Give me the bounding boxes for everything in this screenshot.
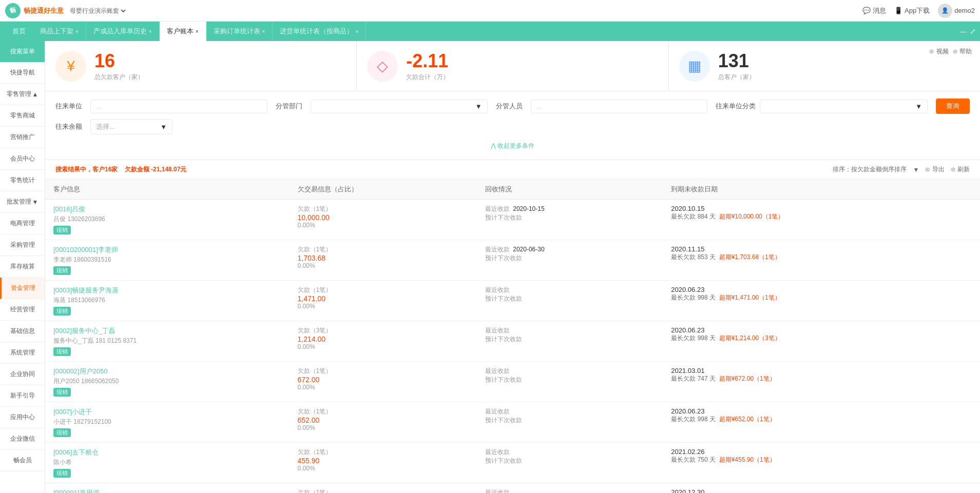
due-date: 2020.11.15 [671, 245, 972, 253]
debt-amount[interactable]: 1,471.00 [298, 294, 469, 303]
overdue-amount[interactable]: 超期¥672.00（1笔） [719, 375, 776, 382]
customer-name[interactable]: [0007]小进干 [53, 407, 281, 417]
close-icon[interactable]: × [262, 29, 265, 34]
window-expand-icon[interactable]: ⤢ [970, 27, 976, 35]
debt-ratio: 0.00% [298, 424, 469, 431]
status-badge: 现销 [53, 307, 71, 315]
sidebar-item-operations[interactable]: 经营管理 [0, 299, 45, 321]
person-input[interactable]: ... [531, 100, 708, 113]
tab-production-history[interactable]: 产成品入库单历史 × [86, 22, 160, 41]
sidebar-item-marketing[interactable]: 营销推广 [0, 127, 45, 148]
th-debt-info: 欠交易信息（占比） [290, 180, 477, 200]
customer-name[interactable]: [0002]服务中心_丁磊 [53, 326, 281, 336]
debt-ratio: 0.00% [298, 303, 469, 310]
sidebar-item-wechat[interactable]: 企业微信 [0, 428, 45, 450]
avatar-image: 👤 [938, 4, 952, 18]
customer-name[interactable]: [000001]黄思源 [53, 488, 281, 493]
sidebar-item-retail-mall[interactable]: 零售商城 [0, 105, 45, 127]
close-icon[interactable]: × [149, 29, 152, 34]
sidebar-item-system[interactable]: 系统管理 [0, 342, 45, 364]
stat-value-all: 131 [718, 50, 755, 72]
query-button[interactable]: 查询 [936, 98, 970, 114]
customer-name[interactable]: [0003]畅捷服务尹海蒸 [53, 286, 281, 295]
debt-amount[interactable]: 1,703.68 [298, 254, 469, 262]
customer-name[interactable]: [0016]吕俊 [53, 205, 281, 214]
next-collect-label: 预计下次收款 [485, 457, 655, 465]
overdue-days: 最长欠款 853 天 超期¥1,703.68（1笔） [671, 253, 972, 262]
debt-amount[interactable]: 652.00 [298, 416, 469, 424]
window-minimize-icon[interactable]: — [959, 27, 967, 35]
stat-value-debt: 16 [94, 50, 144, 72]
source-unit-placeholder: ... [96, 103, 102, 110]
debt-amount[interactable]: 10,000.00 [298, 213, 469, 222]
sidebar-item-quick-nav[interactable]: 快捷导航 [0, 62, 45, 84]
filter-category-label: 往来单位分类 [716, 102, 756, 111]
sidebar-item-app-center[interactable]: 应用中心 [0, 407, 45, 428]
view-btn[interactable]: ⊙ 视频 [929, 47, 948, 56]
category-select[interactable]: ▼ [760, 100, 928, 113]
sidebar-item-vip[interactable]: 畅会员 [0, 450, 45, 471]
customer-name[interactable]: [0006]去下粮仓 [53, 448, 281, 457]
message-btn[interactable]: 💬 消息 [862, 6, 886, 15]
company-select[interactable]: 母婴行业演示账套 [68, 7, 127, 15]
chevron-down-icon: ▼ [160, 123, 167, 131]
balance-placeholder: 选择... [96, 122, 115, 131]
customer-contact: 李老师 18600391516 [53, 255, 281, 264]
sidebar-item-ecommerce[interactable]: 电商管理 [0, 213, 45, 234]
overdue-amount[interactable]: 超期¥1,214.00（3笔） [719, 334, 781, 342]
customer-contact: 服务中心_丁磊 181 0125 8371 [53, 337, 281, 345]
close-icon[interactable]: × [75, 29, 79, 34]
sidebar-item-member-center[interactable]: 会员中心 [0, 148, 45, 170]
stat-label-total: 欠款合计（万） [406, 73, 449, 82]
refresh-button[interactable]: ⊙ 刷新 [951, 165, 970, 174]
customer-name[interactable]: [00010200001]李老师 [53, 245, 281, 254]
tab-home[interactable]: 首页 [5, 27, 33, 36]
source-unit-input[interactable]: ... [90, 100, 267, 113]
tab-purchase-stats[interactable]: 采购订单统计表 × [206, 22, 273, 41]
last-collect-date: 2020-10-15 [513, 205, 544, 212]
debt-amount[interactable]: 1,214.00 [298, 335, 469, 343]
debt-count: 欠款（3笔） [298, 326, 469, 335]
stat-card-all-customers: ▦ 131 总客户（家） ⊙ 视频 ⊙ 帮助 [669, 41, 980, 91]
close-icon[interactable]: × [196, 29, 199, 34]
balance-select[interactable]: 选择... ▼ [90, 119, 172, 134]
tab-product-on-off[interactable]: 商品上下架 × [33, 22, 86, 41]
chevron-down-icon: ▼ [475, 103, 482, 110]
tab-purchase-by-product[interactable]: 进货单统计表（按商品） × [273, 22, 366, 41]
sidebar-item-retail-mgmt[interactable]: 零售管理 ▲ [0, 84, 45, 105]
collapse-button[interactable]: ⋀ 收起更多条件 [491, 142, 534, 150]
user-avatar[interactable]: 👤 demo2 [938, 4, 975, 18]
customer-name[interactable]: [000002]用户2050 [53, 367, 281, 376]
overdue-amount[interactable]: 超期¥1,703.68（1笔） [719, 253, 781, 261]
sidebar-item-wholesale-mgmt[interactable]: 批发管理 ▼ [0, 191, 45, 213]
sort-chevron-icon[interactable]: ▼ [913, 166, 919, 173]
overdue-amount[interactable]: 超期¥10,000.00（1笔） [719, 213, 784, 220]
overdue-amount[interactable]: 超期¥1,471.00（1笔） [719, 294, 781, 301]
message-label: 消息 [873, 6, 886, 15]
sidebar-item-purchase-mgmt[interactable]: 采购管理 [0, 234, 45, 256]
sidebar-item-finance[interactable]: 资金管理 [0, 278, 45, 299]
cell-customer-info: [0016]吕俊 吕俊 13026203696 现销 [45, 200, 290, 240]
sidebar-item-inventory[interactable]: 库存核算 [0, 256, 45, 278]
sidebar-item-search[interactable]: 搜索菜单 [0, 41, 45, 62]
dept-select[interactable]: ▼ [311, 100, 488, 113]
help-btn[interactable]: ⊙ 帮助 [953, 47, 972, 56]
export-button[interactable]: ⊙ 导出 [925, 165, 944, 174]
next-collect-label: 预计下次收款 [485, 416, 655, 425]
sidebar-item-basic-info[interactable]: 基础信息 [0, 321, 45, 342]
sidebar-item-retail-stats[interactable]: 零售统计 [0, 170, 45, 191]
stat-info-debt: 16 总欠款客户（家） [94, 50, 144, 82]
overdue-amount[interactable]: 超期¥652.00（1笔） [719, 416, 776, 423]
cell-due-date: 2020.06.23 最长欠款 998 天 超期¥1,214.00（3笔） [663, 321, 980, 362]
tab-customer-account[interactable]: 客户账本 × [160, 22, 206, 41]
sidebar-item-enterprise[interactable]: 企业协同 [0, 364, 45, 385]
search-result-text: 搜索结果中，客户16家 欠款金额 -21,148.07元 [55, 166, 186, 173]
overdue-amount[interactable]: 超期¥455.90（1笔） [719, 456, 776, 463]
cell-customer-info: [00010200001]李老师 李老师 18600391516 现销 [45, 240, 290, 281]
debt-amount[interactable]: 455.90 [298, 457, 469, 465]
app-download-btn[interactable]: 📱 App下载 [894, 6, 930, 15]
debt-amount[interactable]: 672.00 [298, 376, 469, 384]
sidebar-item-new-guide[interactable]: 新手引导 [0, 385, 45, 407]
cell-collect-info: 最近收款 预计下次收款 [477, 483, 663, 494]
close-icon[interactable]: × [355, 29, 358, 34]
